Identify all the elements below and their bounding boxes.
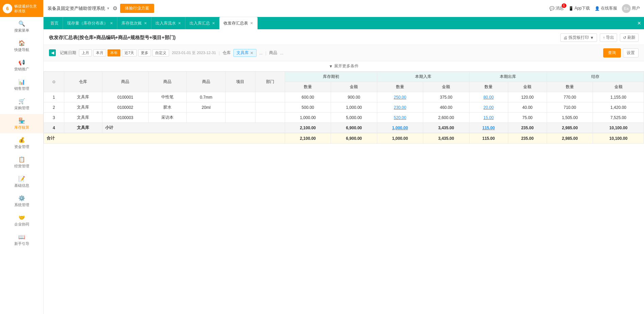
tab-home[interactable]: 首页 <box>46 17 63 29</box>
user-item[interactable]: Ea 用户 <box>622 4 640 13</box>
footer-close-amt: 10,100.00 <box>593 133 644 144</box>
row-name: 中性笔 <box>148 92 187 102</box>
subtotal-close-qty: 2,985.00 <box>547 123 593 133</box>
date-btn-自定义[interactable]: 自定义 <box>152 49 169 56</box>
tab-stock-dist[interactable]: 现存量（库存分布表）✕ <box>63 17 117 29</box>
row-out-qty[interactable]: 80.00 <box>469 92 508 102</box>
filter-collapse-btn[interactable]: ◀ <box>49 49 56 56</box>
corp-icon: 🤝 <box>18 214 25 221</box>
row-close-qty: 770.00 <box>547 92 593 102</box>
row-warehouse: 文具库 <box>64 102 102 113</box>
sidebar-logo: 6 畅捷通好生意 标准版 <box>0 0 43 17</box>
sidebar-item-basic[interactable]: 📝基础信息 <box>0 172 43 192</box>
filter-settings-btn[interactable]: 设置 <box>623 48 639 57</box>
subtotal-open-qty: 2,100.00 <box>285 123 331 133</box>
row-in-amt: 375.00 <box>423 92 469 102</box>
row-dept <box>255 102 285 113</box>
tab-close-summary-recv-icon[interactable]: ✕ <box>250 21 253 26</box>
sidebar-item-inventory[interactable]: 🏪库存核算 <box>0 114 43 133</box>
sidebar-item-sales[interactable]: 📊销售管理 <box>0 75 43 95</box>
app-download-item[interactable]: 📱 App下载 <box>568 5 590 11</box>
row-out-qty[interactable]: 15.00 <box>469 113 508 123</box>
row-open-qty: 1,000.00 <box>285 113 331 123</box>
sidebar-item-finance[interactable]: 💰资金管理 <box>0 133 43 153</box>
sidebar-item-marketing[interactable]: 📢营销推广 <box>0 56 43 75</box>
trial-btn[interactable]: 体验行业方案 <box>120 4 154 13</box>
expand-filter-row[interactable]: ▼ 展开更多条件 <box>44 61 644 71</box>
row-project <box>226 92 255 102</box>
tab-summary-io[interactable]: 出入库汇总✕ <box>185 17 219 29</box>
in-qty-header: 数量 <box>377 82 423 92</box>
open-qty-header: 数量 <box>285 82 331 92</box>
page-content: 收发存汇总表(按仓库+商品编码+商品+规格型号+项目+部门) 🖨 拣货板打印 ▼… <box>44 29 644 314</box>
row-open-amt: 5,000.00 <box>331 113 377 123</box>
row-name: 胶水 <box>148 102 187 113</box>
tab-close-batch-icon[interactable]: ✕ <box>144 21 147 26</box>
sidebar-item-search[interactable]: 🔍搜索菜单 <box>0 17 43 36</box>
date-btn-上月[interactable]: 上月 <box>79 49 92 56</box>
subtotal-warehouse: 文具库 <box>64 123 102 133</box>
sidebar-item-newbie[interactable]: 📖新手引导 <box>0 230 43 250</box>
tab-batch[interactable]: 库存批次账✕ <box>117 17 151 29</box>
marketing-icon: 📢 <box>18 59 25 66</box>
export-icon: ↑ <box>603 35 605 40</box>
row-in-qty[interactable]: 520.00 <box>377 113 423 123</box>
sidebar-item-corp[interactable]: 🤝企业协同 <box>0 211 43 230</box>
tab-close-summary-io-icon[interactable]: ✕ <box>212 21 215 26</box>
sidebar-nav: 🔍搜索菜单🏠快捷导航📢营销推广📊销售管理🛒采购管理🏪库存核算💰资金管理📋经营管理… <box>0 17 43 314</box>
service-item[interactable]: 👤 在线客服 <box>595 5 617 11</box>
query-btn[interactable]: 查询 <box>603 48 621 57</box>
row-in-qty[interactable]: 250.00 <box>377 92 423 102</box>
tab-close-stock-dist-icon[interactable]: ✕ <box>110 21 113 26</box>
sidebar-item-operation[interactable]: 📋经营管理 <box>0 153 43 172</box>
settings-icon[interactable]: ⚙ <box>113 5 117 12</box>
date-btn-更多[interactable]: 更多 <box>138 49 151 56</box>
corp-label: 企业协同 <box>14 222 29 227</box>
footer-label: 合计 <box>44 133 285 144</box>
finance-icon: 💰 <box>18 137 25 143</box>
refresh-btn[interactable]: ↺ 刷新 <box>620 33 639 42</box>
row-in-amt: 460.00 <box>423 102 469 113</box>
close-all-tabs-icon[interactable]: ✕ <box>637 20 641 26</box>
warehouse-tag-close-icon[interactable]: ✕ <box>250 51 253 55</box>
row-spec: 20ml <box>187 102 226 113</box>
col-settings[interactable]: ⚙ <box>44 72 64 92</box>
topbar: 装备及固定资产辅助管理系统 ▼ ⚙ 体验行业方案 💬 消息 6 📱 App下载 … <box>44 0 644 17</box>
tab-close-flow-icon[interactable]: ✕ <box>178 21 181 26</box>
warehouse-label: 仓库 <box>222 50 231 56</box>
row-in-qty[interactable]: 230.00 <box>377 102 423 113</box>
row-open-amt: 900.00 <box>331 92 377 102</box>
warehouse-tag: 文具库 ✕ <box>233 49 257 57</box>
date-btn-本年[interactable]: 本年 <box>108 49 120 56</box>
group-in-header: 本期入库 <box>377 72 469 82</box>
print-btn[interactable]: 🖨 拣货板打印 ▼ <box>560 33 597 42</box>
tab-label-batch: 库存批次账 <box>121 20 142 26</box>
data-table: ⚙ 仓库 商品 商品 商品 项目 部门 库存期初 本期入库 本期出库 结存 数量 <box>44 71 644 144</box>
msg-item[interactable]: 💬 消息 6 <box>549 5 564 11</box>
date-buttons: 上月本月本年近7天更多自定义 <box>79 49 169 56</box>
user-label: 用户 <box>632 5 640 11</box>
date-btn-本月[interactable]: 本月 <box>93 49 106 56</box>
export-btn[interactable]: ↑ 导出 <box>600 33 617 42</box>
out-amt-header: 金额 <box>508 82 547 92</box>
sidebar-item-quick-nav[interactable]: 🏠快捷导航 <box>0 36 43 56</box>
row-spec: 0.7mm <box>187 92 226 102</box>
warehouse-more[interactable]: ... <box>259 51 263 55</box>
sidebar-item-system[interactable]: ⚙️系统管理 <box>0 192 43 211</box>
product-more[interactable]: ... <box>280 51 283 55</box>
row-out-amt: 120.00 <box>508 92 547 102</box>
system-name-dropdown[interactable]: 装备及固定资产辅助管理系统 ▼ <box>48 5 110 12</box>
tab-flow[interactable]: 出入库流水✕ <box>151 17 185 29</box>
row-close-qty: 710.00 <box>547 102 593 113</box>
row-close-amt: 1,420.00 <box>593 102 644 113</box>
row-out-amt: 40.00 <box>508 102 547 113</box>
footer-open-amt: 6,900.00 <box>331 133 377 144</box>
date-range: 2023-01-01 至 2023-12-31 <box>172 50 216 55</box>
sidebar-item-purchase[interactable]: 🛒采购管理 <box>0 95 43 114</box>
date-btn-近7天[interactable]: 近7天 <box>122 49 137 56</box>
row-warehouse: 文具库 <box>64 92 102 102</box>
tab-summary-recv[interactable]: 收发存汇总表✕ <box>219 17 258 29</box>
row-out-qty[interactable]: 20.00 <box>469 102 508 113</box>
col-code-header: 商品 <box>102 72 148 92</box>
basic-icon: 📝 <box>18 176 25 182</box>
